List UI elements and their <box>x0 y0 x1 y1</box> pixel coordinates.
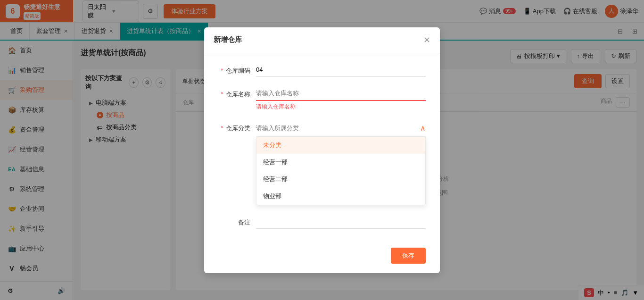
warehouse-code-field <box>256 63 426 77</box>
warehouse-name-input[interactable] <box>256 86 426 101</box>
modal-close-button[interactable]: ✕ <box>423 35 430 45</box>
add-warehouse-modal: 新增仓库 ✕ * 仓库编码 * 仓库名称 <box>204 27 440 273</box>
warehouse-code-input[interactable] <box>256 63 426 77</box>
modal-title: 新增仓库 <box>214 35 242 44</box>
category-option-unclassified[interactable]: 未分类 <box>256 137 425 154</box>
warehouse-name-row: * 仓库名称 请输入仓库名称 <box>218 86 426 111</box>
remark-field <box>256 215 426 229</box>
category-option-dept1[interactable]: 经营一部 <box>256 154 425 171</box>
category-dropdown-list: 未分类 经营一部 经营二部 物业部 <box>256 136 426 205</box>
remark-label: 备注 <box>218 215 256 227</box>
warehouse-category-field: ∧ 未分类 经营一部 经营二部 物业部 <box>256 120 426 205</box>
modal-body: * 仓库编码 * 仓库名称 请输入仓库名称 <box>204 53 440 248</box>
remark-input[interactable] <box>256 215 426 229</box>
warehouse-category-row: * 仓库分类 ∧ 未分类 经营一部 经营二部 物业部 <box>218 120 426 205</box>
category-option-dept2[interactable]: 经营二部 <box>256 171 425 188</box>
dropdown-up-arrow: ∧ <box>420 124 426 133</box>
modal-footer: 保存 <box>204 248 440 264</box>
remark-row: 备注 <box>218 215 426 229</box>
modal-overlay: 新增仓库 ✕ * 仓库编码 * 仓库名称 <box>0 0 644 300</box>
warehouse-code-row: * 仓库编码 <box>218 63 426 77</box>
warehouse-category-input[interactable] <box>256 125 420 132</box>
warehouse-category-dropdown[interactable]: ∧ <box>256 120 426 136</box>
warehouse-category-label: * 仓库分类 <box>218 120 256 133</box>
warehouse-name-field: 请输入仓库名称 <box>256 86 426 111</box>
modal-header: 新增仓库 ✕ <box>204 27 440 53</box>
warehouse-name-error: 请输入仓库名称 <box>256 103 426 111</box>
category-option-property[interactable]: 物业部 <box>256 188 425 205</box>
warehouse-code-label: * 仓库编码 <box>218 63 256 75</box>
modal-save-button[interactable]: 保存 <box>391 248 426 264</box>
warehouse-name-label: * 仓库名称 <box>218 86 256 99</box>
